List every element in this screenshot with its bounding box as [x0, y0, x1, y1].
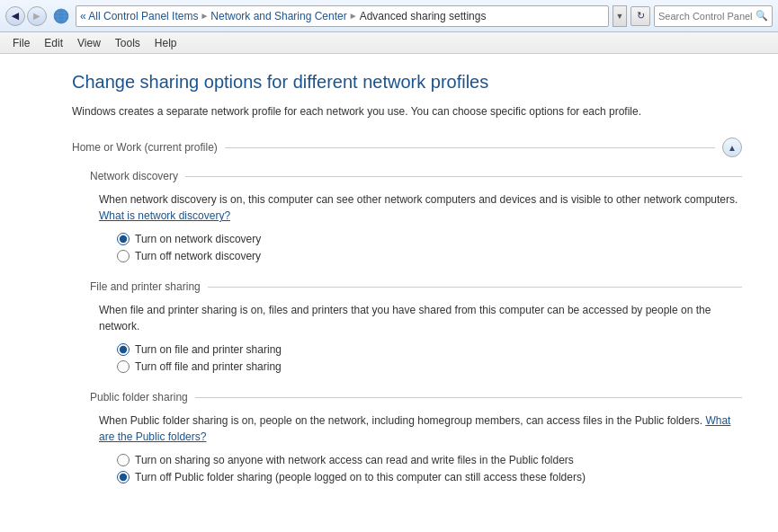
- pfs-off-option[interactable]: Turn off Public folder sharing (people l…: [117, 471, 742, 483]
- fps-off-label: Turn off file and printer sharing: [135, 360, 282, 373]
- public-folder-sharing-header: Public folder sharing: [90, 391, 742, 403]
- public-folder-sharing-title: Public folder sharing: [90, 391, 188, 403]
- globe-icon: [52, 7, 70, 25]
- menu-help[interactable]: Help: [148, 35, 184, 51]
- pfs-on-option[interactable]: Turn on sharing so anyone with network a…: [117, 454, 742, 466]
- back-button[interactable]: ◀: [5, 6, 25, 26]
- network-discovery-title: Network discovery: [90, 170, 178, 182]
- network-discovery-link[interactable]: What is network discovery?: [99, 209, 230, 222]
- menu-tools[interactable]: Tools: [108, 35, 148, 51]
- network-discovery-section: Network discovery When network discovery…: [72, 170, 742, 262]
- menu-file[interactable]: File: [5, 35, 37, 51]
- public-folder-sharing-section: Public folder sharing When Public folder…: [72, 391, 742, 483]
- breadcrumb-current: Advanced sharing settings: [360, 10, 487, 22]
- breadcrumb-all-items[interactable]: « All Control Panel Items: [80, 10, 198, 22]
- page-title: Change sharing options for different net…: [72, 72, 742, 93]
- nd-on-option[interactable]: Turn on network discovery: [117, 233, 742, 245]
- public-folder-sharing-line: [195, 397, 742, 398]
- refresh-button[interactable]: ↻: [630, 6, 650, 26]
- breadcrumb-sep-2: ►: [349, 11, 358, 21]
- search-icon: 🔍: [756, 10, 768, 22]
- network-discovery-header: Network discovery: [90, 170, 742, 182]
- pfs-on-label: Turn on sharing so anyone with network a…: [135, 454, 574, 466]
- page-description: Windows creates a separate network profi…: [72, 103, 742, 120]
- profile-section: Home or Work (current profile) ▲ Network…: [72, 137, 742, 483]
- breadcrumb-sep-1: ►: [200, 11, 209, 21]
- profile-toggle-button[interactable]: ▲: [722, 137, 742, 157]
- forward-button[interactable]: ▶: [27, 6, 47, 26]
- pfs-off-label: Turn off Public folder sharing (people l…: [135, 471, 586, 483]
- profile-line: [225, 147, 715, 148]
- file-printer-sharing-section: File and printer sharing When file and p…: [72, 280, 742, 373]
- breadcrumb-network-sharing[interactable]: Network and Sharing Center: [210, 10, 346, 22]
- nd-off-label: Turn off network discovery: [135, 250, 261, 262]
- fps-on-label: Turn on file and printer sharing: [135, 343, 282, 356]
- search-box: 🔍: [654, 5, 773, 27]
- network-discovery-line: [185, 176, 742, 177]
- file-printer-sharing-options: Turn on file and printer sharing Turn of…: [90, 343, 742, 373]
- main-content: Change sharing options for different net…: [0, 54, 778, 532]
- network-discovery-options: Turn on network discovery Turn off netwo…: [90, 233, 742, 262]
- search-input[interactable]: [658, 11, 753, 22]
- menu-bar: File Edit View Tools Help: [0, 32, 778, 54]
- nav-buttons: ◀ ▶: [5, 6, 47, 26]
- public-folder-sharing-options: Turn on sharing so anyone with network a…: [90, 454, 742, 483]
- nd-on-label: Turn on network discovery: [135, 233, 261, 245]
- pfs-off-radio[interactable]: [117, 471, 130, 483]
- menu-edit[interactable]: Edit: [37, 35, 70, 51]
- public-folder-sharing-desc: When Public folder sharing is on, people…: [90, 412, 742, 445]
- nd-on-radio[interactable]: [117, 233, 130, 245]
- file-printer-sharing-line: [208, 287, 742, 288]
- breadcrumb: « All Control Panel Items ► Network and …: [76, 5, 609, 27]
- profile-title: Home or Work (current profile): [72, 141, 218, 154]
- nd-off-option[interactable]: Turn off network discovery: [117, 250, 742, 262]
- pfs-on-radio[interactable]: [117, 454, 130, 466]
- address-bar: ◀ ▶ « All Control Panel Items ► Network …: [0, 0, 778, 32]
- fps-on-option[interactable]: Turn on file and printer sharing: [117, 343, 742, 356]
- menu-view[interactable]: View: [70, 35, 108, 51]
- fps-on-radio[interactable]: [117, 343, 130, 356]
- file-printer-sharing-desc: When file and printer sharing is on, fil…: [90, 302, 742, 334]
- network-discovery-desc: When network discovery is on, this compu…: [90, 191, 742, 224]
- address-dropdown[interactable]: ▼: [613, 5, 627, 27]
- nd-off-radio[interactable]: [117, 250, 130, 262]
- file-printer-sharing-title: File and printer sharing: [90, 280, 201, 293]
- fps-off-radio[interactable]: [117, 360, 130, 373]
- fps-off-option[interactable]: Turn off file and printer sharing: [117, 360, 742, 373]
- file-printer-sharing-header: File and printer sharing: [90, 280, 742, 293]
- profile-header: Home or Work (current profile) ▲: [72, 137, 742, 157]
